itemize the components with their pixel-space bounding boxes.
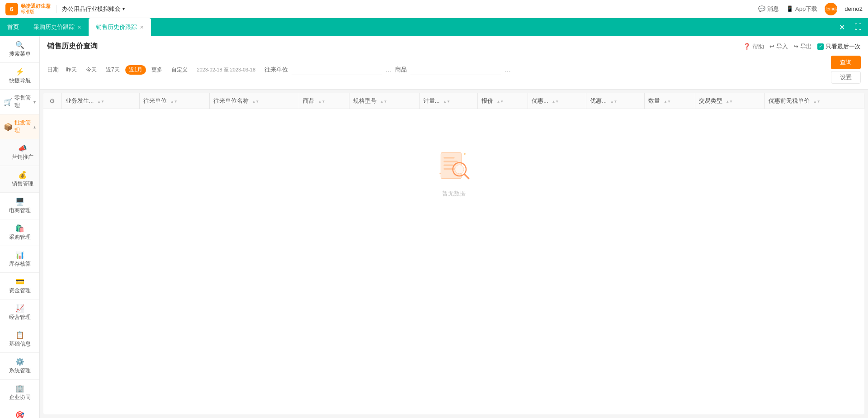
sidebar-item-quick-nav[interactable]: ⚡ 快捷导航	[0, 63, 39, 90]
sidebar: 🔍 搜索菜单 ⚡ 快捷导航 🛒 零售管理 ▾ 📦 批发管理 ▴ 📣 营销推广 💰…	[0, 36, 40, 418]
avatar[interactable]: demo2	[825, 3, 837, 15]
date-btn-last1m[interactable]: 近1月	[125, 65, 146, 75]
col-pre-tax-price[interactable]: 优惠前无税单价 ▲▼	[765, 93, 864, 109]
sidebar-item-ops-mgmt[interactable]: 📈 经营管理	[0, 299, 39, 326]
only-last-checkbox[interactable]: ✓ 只看最后一次	[817, 43, 861, 51]
sort-icon: ▲▼	[610, 100, 618, 104]
tab-home[interactable]: 首页	[0, 18, 26, 36]
sidebar-item-label: 电商管理	[9, 207, 31, 214]
sidebar-item-inventory[interactable]: 📊 库存核算	[0, 246, 39, 273]
sidebar-item-label: 经营管理	[9, 314, 31, 321]
sidebar-item-label: 搜索菜单	[9, 50, 31, 58]
sidebar-item-search-menu[interactable]: 🔍 搜索菜单	[0, 36, 39, 63]
ops-mgmt-icon: 📈	[15, 304, 24, 313]
header-right: 💬 消息 📱 App下载 demo2 demo2	[758, 3, 863, 15]
sort-icon: ▲▼	[726, 100, 733, 104]
filter-action-buttons: 查询 设置	[831, 56, 861, 84]
sidebar-item-retail-mgmt[interactable]: 🛒 零售管理 ▾	[0, 90, 39, 114]
sales-mgmt-icon: 💰	[18, 171, 27, 179]
col-unit[interactable]: 计量... ▲▼	[419, 93, 477, 109]
sidebar-item-newbie[interactable]: 🎯 新手引导	[0, 406, 39, 418]
help-button[interactable]: ❓ 帮助	[743, 43, 764, 51]
settings-button[interactable]: 设置	[831, 71, 861, 84]
quick-nav-icon: ⚡	[15, 67, 24, 76]
col-discount2[interactable]: 优惠... ▲▼	[586, 93, 645, 109]
sort-icon: ▲▼	[443, 100, 450, 104]
export-button[interactable]: ↪ 导出	[793, 43, 812, 51]
sidebar-item-finance[interactable]: 💳 资金管理	[0, 273, 39, 299]
sort-icon: ▲▼	[170, 100, 178, 104]
tab-sales-close-icon[interactable]: ✕	[140, 24, 144, 30]
sidebar-item-enterprise[interactable]: 🏢 企业协同	[0, 380, 39, 406]
page-header: 销售历史价查询 ❓ 帮助 ↩ 导入 ↪ 导出 ✓ 只看最后一次	[40, 36, 868, 51]
partner-input[interactable]	[292, 64, 382, 75]
tab-purchase-history-label: 采购历史价跟踪	[33, 23, 75, 31]
import-button[interactable]: ↩ 导入	[769, 43, 788, 51]
retail-mgmt-icon: 🛒	[4, 98, 13, 106]
col-trade-type[interactable]: 交易类型 ▲▼	[695, 93, 765, 109]
sidebar-item-ecommerce[interactable]: 🖥️ 电商管理	[0, 193, 39, 219]
col-quantity[interactable]: 数量 ▲▼	[645, 93, 695, 109]
sidebar-item-sales-mgmt[interactable]: 💰 销售管理	[0, 166, 39, 193]
tab-bar: 首页 采购历史价跟踪 ✕ 销售历史价跟踪 ✕ ✕ ⛶	[0, 18, 868, 36]
col-partner-name[interactable]: 往来单位名称 ▲▼	[209, 93, 299, 109]
col-product[interactable]: 商品 ▲▼	[299, 93, 349, 109]
tab-bar-actions: ✕ ⛶	[835, 21, 868, 33]
sidebar-item-system[interactable]: ⚙️ 系统管理	[0, 353, 39, 380]
purchase-mgmt-icon: 🛍️	[15, 224, 24, 233]
col-spec[interactable]: 规格型号 ▲▼	[349, 93, 419, 109]
sidebar-item-label: 库存核算	[9, 260, 31, 268]
tab-maximize-button[interactable]: ⛶	[852, 21, 864, 33]
message-button[interactable]: 💬 消息	[758, 5, 779, 13]
sidebar-item-basic-info[interactable]: 📋 基础信息	[0, 326, 39, 353]
col-discount1[interactable]: 优惠... ▲▼	[528, 93, 586, 109]
app-download-button[interactable]: 📱 App下载	[786, 5, 817, 13]
tab-close-all-button[interactable]: ✕	[835, 21, 848, 33]
svg-rect-2	[443, 161, 458, 162]
svg-rect-3	[443, 165, 454, 166]
sidebar-item-label: 营销推广	[12, 153, 33, 161]
logo-text: 畅捷通好生意 标准版	[21, 3, 51, 14]
svg-text:✦: ✦	[463, 152, 467, 157]
col-business-date[interactable]: 业务发生... ▲▼	[61, 93, 140, 109]
col-partner-code[interactable]: 往来单位 ▲▼	[140, 93, 210, 109]
logo-area: 6 畅捷通好生意 标准版	[5, 3, 51, 15]
only-last-label: 只看最后一次	[826, 43, 861, 51]
data-table: ⚙ 业务发生... ▲▼ 往来单位 ▲▼ 往来单位名称 ▲▼	[43, 93, 864, 234]
sidebar-item-wholesale-mgmt[interactable]: 📦 批发管理 ▴	[0, 114, 39, 139]
tab-purchase-history[interactable]: 采购历史价跟踪 ✕	[26, 18, 89, 36]
query-button[interactable]: 查询	[831, 56, 861, 69]
date-btn-yesterday[interactable]: 昨天	[62, 65, 80, 75]
date-btn-last7[interactable]: 近7天	[102, 65, 123, 75]
product-input[interactable]	[410, 64, 501, 75]
date-btn-more[interactable]: 更多	[148, 65, 166, 75]
svg-rect-4	[443, 168, 456, 170]
col-price[interactable]: 报价 ▲▼	[477, 93, 528, 109]
export-icon: ↪	[793, 43, 798, 50]
app-selector-label: 办公用品行业模拟账套	[62, 5, 121, 13]
settings-icon[interactable]: ⚙	[49, 97, 55, 104]
app-selector[interactable]: 办公用品行业模拟账套 ▾	[56, 5, 125, 13]
username-label: demo2	[844, 5, 863, 12]
sidebar-item-label: 基础信息	[9, 340, 31, 348]
partner-filter-label: 往来单位	[264, 66, 288, 74]
filter-bar: 日期 昨天 今天 近7天 近1月 更多 自定义 2023-02-18 至 202…	[40, 51, 868, 90]
chevron-icon: ▴	[33, 124, 36, 129]
sort-icon: ▲▼	[664, 100, 671, 104]
svg-text:✦: ✦	[439, 172, 442, 175]
sidebar-item-purchase-mgmt[interactable]: 🛍️ 采购管理	[0, 219, 39, 246]
date-btn-custom[interactable]: 自定义	[168, 65, 191, 75]
product-picker-icon[interactable]: ...	[505, 66, 510, 74]
tab-purchase-close-icon[interactable]: ✕	[77, 24, 81, 30]
partner-filter-group: 往来单位 ... 商品 ...	[264, 64, 822, 75]
sidebar-item-marketing[interactable]: 📣 营销推广	[0, 139, 39, 166]
sort-icon: ▲▼	[318, 100, 325, 104]
sidebar-item-label: 系统管理	[9, 367, 31, 375]
date-btn-today[interactable]: 今天	[82, 65, 100, 75]
sidebar-item-label: 采购管理	[9, 233, 31, 241]
chevron-down-icon: ▾	[123, 6, 125, 11]
sort-icon: ▲▼	[97, 100, 104, 104]
partner-picker-icon[interactable]: ...	[386, 66, 392, 74]
col-settings[interactable]: ⚙	[43, 93, 61, 109]
tab-sales-history[interactable]: 销售历史价跟踪 ✕	[89, 18, 151, 36]
